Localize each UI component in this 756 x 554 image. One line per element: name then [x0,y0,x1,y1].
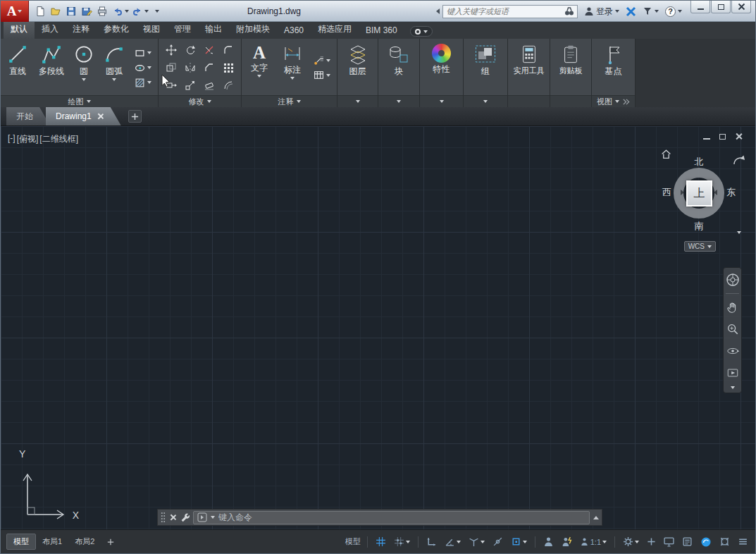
circle-tool-button[interactable]: 圆 [70,40,98,95]
ribbon-tab-featured-apps[interactable]: 精选应用 [311,20,359,39]
model-space-button[interactable]: 模型 [345,536,361,547]
customization-button[interactable] [736,535,750,548]
redo-button[interactable] [130,4,149,19]
customize-wrench-icon[interactable] [180,512,190,522]
trim-tool-button[interactable] [201,42,218,58]
move-tool-button[interactable] [163,42,180,58]
ribbon-tab-parametric[interactable]: 参数化 [97,20,136,39]
viewport-visual-style-button[interactable]: [二维线框] [39,133,78,145]
wcs-menu-button[interactable]: WCS [684,241,716,252]
grid-display-toggle[interactable] [374,535,388,548]
viewcube-east-label[interactable]: 东 [726,186,736,199]
ribbon-tab-manage[interactable]: 管理 [167,20,198,39]
search-input[interactable] [443,7,564,16]
help-button[interactable]: ? [665,6,682,17]
viewcube-north-label[interactable]: 北 [674,156,724,168]
qat-customize-button[interactable] [149,4,164,19]
annotation-autoscale-toggle[interactable] [560,535,574,548]
ellipse-tool-button[interactable] [132,61,154,75]
sign-in-button[interactable]: 登录 [584,6,619,18]
open-file-button[interactable] [48,4,63,19]
viewport-view-button[interactable]: [俯视] [17,133,39,145]
ribbon-tab-output[interactable]: 输出 [198,20,229,39]
file-tab-drawing1[interactable]: Drawing1 [46,107,121,125]
utilities-button[interactable]: 实用工具 [509,40,548,95]
command-history-button[interactable] [593,516,599,519]
undo-button[interactable] [110,4,129,19]
navbar-caret-icon[interactable] [731,386,735,389]
graphics-performance-toggle[interactable] [699,535,713,549]
quick-properties-toggle[interactable] [681,535,694,548]
viewcube-home-button[interactable] [661,149,671,162]
object-snap-toggle[interactable] [509,535,528,548]
zoom-button[interactable] [725,321,740,338]
doc-minimize-button[interactable] [703,138,710,140]
offset-tool-button[interactable] [220,78,237,93]
command-close-icon[interactable] [169,514,176,521]
command-input-field[interactable]: 键入命令 [193,511,590,524]
ribbon-tab-home[interactable]: 默认 [4,20,35,39]
model-layout-tab[interactable]: 模型 [6,534,36,550]
ribbon-tab-annotate[interactable]: 注释 [66,20,97,39]
dimension-tool-button[interactable]: 标注 [275,40,309,95]
viewport-menu-button[interactable]: [-] [8,133,16,145]
snap-mode-toggle[interactable] [392,535,411,548]
panel-overflow-chevron-icon[interactable] [622,98,630,106]
search-collapse-icon[interactable] [436,8,440,14]
rectangle-tool-button[interactable] [132,47,154,60]
copy-tool-button[interactable] [163,60,180,75]
showmotion-button[interactable] [725,364,740,381]
panel-block-footer[interactable] [378,95,419,107]
viewcube-rotate-left-icon[interactable] [681,190,684,195]
table-tool-button[interactable] [311,68,333,82]
block-insert-button[interactable]: 块 [380,40,418,95]
chamfer-tool-button[interactable] [201,60,218,75]
clipboard-button[interactable]: 剪贴板 [552,40,590,95]
ribbon-tab-insert[interactable]: 插入 [35,20,66,39]
ribbon-tab-a360[interactable]: A360 [277,23,311,39]
layout1-tab[interactable]: 布局1 [36,534,68,549]
stay-connected-button[interactable] [643,6,659,16]
group-button[interactable]: 组 [465,40,506,95]
doc-restore-button[interactable] [719,134,726,140]
new-layout-button[interactable] [101,536,120,548]
navigation-wheel-button[interactable] [725,271,740,288]
exchange-apps-button[interactable] [626,6,636,17]
viewcube-south-label[interactable]: 南 [674,220,724,233]
base-point-button[interactable]: 基点 [593,40,633,95]
command-bar-grip[interactable] [161,512,166,523]
workspace-switch-button[interactable] [621,535,640,548]
object-snap-tracking-toggle[interactable] [491,535,504,548]
file-tab-start[interactable]: 开始 [6,107,50,125]
arc-tool-button[interactable]: 圆弧 [98,40,130,95]
layout2-tab[interactable]: 布局2 [68,534,101,549]
maximize-button[interactable] [711,1,731,13]
pan-button[interactable] [725,299,740,316]
ortho-mode-toggle[interactable] [425,535,438,548]
panel-layers-footer[interactable] [337,95,378,107]
mirror-tool-button[interactable] [182,60,199,75]
properties-button[interactable]: 特性 [421,40,461,95]
stretch-tool-button[interactable] [163,78,180,93]
annotation-scale-button[interactable]: 1:1 [578,536,608,548]
annotation-monitor-button[interactable] [662,535,676,548]
erase-tool-button[interactable] [201,78,218,93]
rotate-tool-button[interactable] [182,42,199,58]
text-tool-button[interactable]: A 文字 [243,40,275,95]
file-tab-close-icon[interactable] [97,113,104,120]
panel-view-footer[interactable]: 视图 [592,95,635,107]
plot-button[interactable] [94,4,109,19]
polar-tracking-toggle[interactable] [443,535,462,548]
viewcube-menu-caret[interactable] [737,224,741,237]
status-plus-button[interactable] [645,536,657,548]
array-tool-button[interactable] [220,60,237,75]
panel-draw-footer[interactable]: 绘图 [1,95,158,107]
new-drawing-tab-button[interactable] [128,110,142,123]
panel-annotation-footer[interactable]: 注释 [242,95,337,107]
multileader-tool-button[interactable] [311,54,333,67]
viewcube-top-face[interactable]: 上 [686,180,712,207]
polyline-tool-button[interactable]: 多段线 [33,40,70,95]
application-menu-button[interactable]: A [1,1,29,22]
close-button[interactable] [731,1,751,13]
ribbon-display-toggle[interactable] [410,26,433,37]
